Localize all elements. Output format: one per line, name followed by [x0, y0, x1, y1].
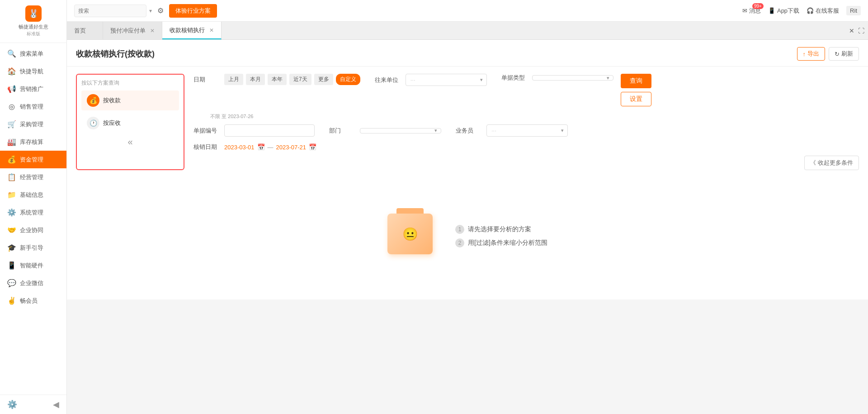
header-dropdown-icon[interactable]: ▾ [149, 8, 152, 14]
start-cal-icon[interactable]: 📅 [257, 143, 265, 151]
doc-type-label: 单据类型 [501, 74, 528, 82]
sidebar-label-hardware: 智能硬件 [20, 262, 43, 270]
sidebar-item-guide[interactable]: 🎓 新手引导 [0, 239, 66, 257]
sidebar-logo: 🐰 畅捷通好生意 标准版 [0, 0, 66, 43]
sidebar-label-operations: 经营管理 [20, 173, 43, 181]
shortcut-this-year[interactable]: 本年 [268, 74, 287, 85]
logo-icon: 🐰 [25, 5, 42, 22]
sidebar-label-system: 系统管理 [20, 209, 43, 217]
sidebar-item-inventory[interactable]: 🏭 库存核算 [0, 133, 66, 151]
filter-receipt-icon: 💰 [87, 94, 99, 107]
verify-date-end-value: 2023-07-21 [276, 144, 307, 151]
filter-receivable-icon: 🕐 [87, 117, 99, 129]
shortcut-this-month[interactable]: 本月 [246, 74, 265, 85]
operations-icon: 📋 [7, 173, 16, 181]
top-header: ▾ ⚙ 体验行业方案 ✉ 消息 99+ 📱 App下载 🎧 在线客服 Rit [67, 0, 868, 22]
doc-type-select[interactable]: ▾ [532, 75, 613, 81]
shortcut-7days[interactable]: 近7天 [289, 74, 311, 85]
dept-select[interactable]: ▾ [360, 128, 441, 133]
query-btn[interactable]: 查询 [621, 74, 651, 88]
sidebar-item-quick-nav[interactable]: 🏠 快捷导航 [0, 62, 66, 80]
sidebar-label-vip: 畅会员 [20, 297, 38, 305]
filter-panel-title: 按以下方案查询 [81, 79, 179, 87]
purchase-icon: 🛒 [7, 120, 16, 128]
tab-prepay-label: 预付冲应付单 [110, 27, 146, 35]
sidebar-item-hardware[interactable]: 📱 智能硬件 [0, 257, 66, 274]
refresh-btn[interactable]: ↻ 刷新 [829, 47, 859, 61]
header-gear-icon[interactable]: ⚙ [157, 6, 164, 15]
tab-close-all-icon[interactable]: ✕ [849, 27, 854, 34]
header-search-input[interactable] [74, 5, 146, 17]
verify-date-start-value: 2023-03-01 [224, 144, 255, 151]
sidebar-label-marketing: 营销推广 [20, 85, 43, 93]
finance-icon: 💰 [7, 155, 16, 164]
basic-info-icon: 📁 [7, 190, 16, 199]
sidebar-collapse-icon[interactable]: ◀ [53, 400, 59, 409]
empty-hints: 1 请先选择要分析的方案 2 用[过滤]条件来缩小分析范围 [455, 225, 547, 252]
tab-collection-close-icon[interactable]: ✕ [209, 27, 214, 33]
filter-panel: 按以下方案查询 💰 按收款 🕐 按应收 « [76, 74, 184, 170]
end-cal-icon[interactable]: 📅 [309, 143, 316, 151]
message-icon: ✉ [742, 7, 747, 14]
shortcut-more[interactable]: 更多 [314, 74, 333, 85]
tab-prepay[interactable]: 预付冲应付单 ✕ [103, 22, 162, 39]
hardware-icon: 📱 [7, 261, 16, 270]
empty-content: 😐 1 请先选择要分析的方案 2 用[过滤]条件来缩小分析范围 [387, 214, 547, 263]
hint-num-1: 1 [455, 225, 464, 234]
verify-date-group: 2023-03-01 📅 — 2023-07-21 📅 [224, 143, 316, 151]
tab-home[interactable]: 首页 [67, 22, 103, 39]
export-btn[interactable]: ↑ 导出 [797, 47, 826, 61]
sidebar-item-search-menu[interactable]: 🔍 搜索菜单 [0, 45, 66, 62]
date-separator: — [268, 144, 274, 151]
industry-solution-btn[interactable]: 体验行业方案 [169, 4, 217, 18]
tab-collection-label: 收款核销执行 [170, 26, 205, 34]
date-label: 日期 [193, 76, 221, 84]
enterprise-icon: 🤝 [7, 226, 16, 234]
tab-prepay-close-icon[interactable]: ✕ [150, 28, 155, 34]
marketing-icon: 📢 [7, 85, 16, 93]
filter-option-receivable[interactable]: 🕐 按应收 [81, 113, 179, 133]
phone-icon: 📱 [768, 7, 775, 14]
settings-btn[interactable]: 设置 [621, 92, 651, 106]
sidebar-item-marketing[interactable]: 📢 营销推广 [0, 80, 66, 98]
header-service-btn[interactable]: 🎧 在线客服 [807, 7, 839, 15]
date-shortcuts: 上月 本月 本年 近7天 更多 自定义 [224, 74, 360, 85]
sidebar-item-operations[interactable]: 📋 经营管理 [0, 168, 66, 186]
tab-collection[interactable]: 收款核销执行 ✕ [162, 22, 222, 39]
empty-box-face: 😐 [402, 227, 418, 242]
counterpart-select[interactable]: ··· ▾ [406, 74, 487, 86]
sidebar-label-enterprise: 企业协同 [20, 226, 43, 234]
sidebar-item-basic-info[interactable]: 📁 基础信息 [0, 186, 66, 204]
staff-select[interactable]: ··· ▾ [486, 124, 568, 137]
hint-text-2: 用[过滤]条件来缩小分析范围 [468, 239, 547, 247]
inventory-icon: 🏭 [7, 138, 16, 146]
sidebar-label-purchase: 采购管理 [20, 120, 43, 128]
sidebar-item-enterprise[interactable]: 🤝 企业协同 [0, 221, 66, 239]
sidebar-label-finance: 资金管理 [20, 156, 43, 164]
sidebar-item-wechat[interactable]: 💬 企业微信 [0, 274, 66, 292]
collapse-more-btn[interactable]: 《 收起更多条件 [804, 156, 859, 170]
header-user[interactable]: Rit [846, 6, 861, 15]
sidebar-item-sales[interactable]: ◎ 销售管理 [0, 98, 66, 115]
content-header: 收款核销执行(按收款) ↑ 导出 ↻ 刷新 [67, 40, 868, 67]
shortcut-last-month[interactable]: 上月 [224, 74, 243, 85]
sidebar-item-purchase[interactable]: 🛒 采购管理 [0, 115, 66, 133]
empty-state: 😐 1 请先选择要分析的方案 2 用[过滤]条件来缩小分析范围 [67, 177, 868, 300]
sidebar-settings-icon[interactable]: ⚙️ [7, 400, 17, 409]
shortcut-custom[interactable]: 自定义 [336, 74, 360, 85]
tab-bar: 首页 预付冲应付单 ✕ 收款核销执行 ✕ ✕ ⛶ [67, 22, 868, 40]
tab-bar-controls: ✕ ⛶ [845, 22, 868, 39]
sidebar-item-finance[interactable]: 💰 资金管理 [0, 151, 66, 168]
filter-area: 按以下方案查询 💰 按收款 🕐 按应收 « [67, 67, 868, 177]
empty-icon-area: 😐 [387, 214, 433, 254]
refresh-icon: ↻ [835, 51, 840, 57]
filter-option-receipt[interactable]: 💰 按收款 [81, 90, 179, 110]
logo-badge: 标准版 [27, 31, 40, 37]
sidebar-item-vip[interactable]: ✌️ 畅会员 [0, 292, 66, 309]
header-app-btn[interactable]: 📱 App下载 [768, 7, 799, 15]
doc-num-input[interactable] [224, 124, 315, 137]
header-msg-btn[interactable]: ✉ 消息 99+ [742, 7, 761, 15]
tab-expand-icon[interactable]: ⛶ [858, 27, 864, 34]
panel-collapse-btn[interactable]: « [81, 137, 179, 147]
sidebar-item-system[interactable]: ⚙️ 系统管理 [0, 204, 66, 221]
